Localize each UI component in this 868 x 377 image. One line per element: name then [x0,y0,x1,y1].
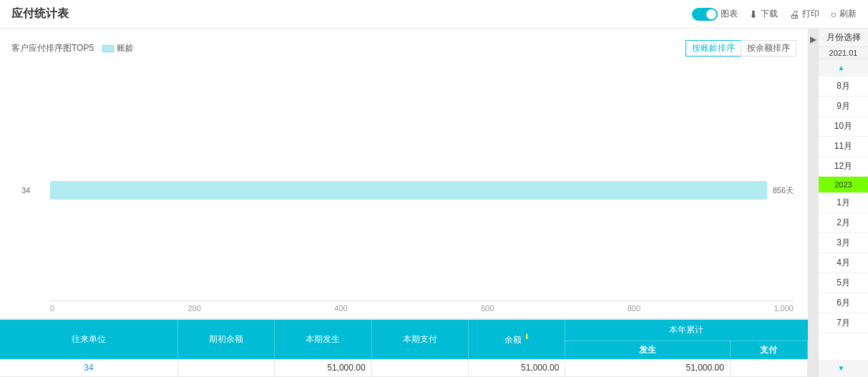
sidebar-nav-down[interactable] [819,360,868,377]
month-item-2023[interactable]: 2023 [819,177,868,193]
print-button[interactable]: 🖨 打印 [789,8,819,20]
download-icon: ⬇ [749,9,758,20]
right-panel: ▶ 月份选择 2021.01 8月 9月 10月 11月 12月 2023 [808,29,868,377]
bar-fill [50,181,767,200]
balance-icon: ⬇ [524,333,530,341]
x-axis-label-5: 1,000 [774,304,794,313]
table-header-current-pay: 本期支付 [371,320,468,359]
table-header-ytd-pay: 支付 [730,341,807,360]
month-item-9[interactable]: 9月 [819,97,868,117]
x-axis-line [50,300,794,301]
table-cell-balance: 51,000.00 [469,359,565,377]
table-header-opening: 期初余额 [177,320,274,359]
x-axis: 0 200 400 600 800 1,000 [50,304,794,313]
sidebar-current-date: 2021.01 [819,47,868,59]
month-item-12[interactable]: 12月 [819,157,868,177]
chart-legend: 客户应付排序图TOP5 账龄 按账龄排序 按余额排序 [0,34,808,62]
header-actions: 图表 ⬇ 下载 🖨 打印 ○ 刷新 [692,8,857,21]
table-header-balance: 余额 ⬇ [469,320,565,359]
print-label: 打印 [802,8,819,20]
table-cell-current-occ: 51,000.00 [275,359,371,377]
data-table: 往来单位 期初余额 本期发生 本期支付 余额 ⬇ 本年累计 发生 [0,320,808,377]
refresh-button[interactable]: ○ 刷新 [831,8,857,20]
sidebar-nav-up[interactable] [819,59,868,77]
month-list: 8月 9月 10月 11月 12月 2023 1月 2月 3月 4月 5月 6月… [819,77,868,360]
chart-legend-label: 客户应付排序图TOP5 [11,42,94,54]
table-cell-current-pay [371,359,468,377]
chart-toggle-label: 图表 [721,8,738,20]
table-header-ytd-occ: 发生 [565,341,731,360]
legend-color-box [102,45,114,52]
unit-link[interactable]: 34 [84,363,93,373]
table-row: 34 51,000.00 51,000.00 51,000.00 [0,359,808,377]
month-item-10[interactable]: 10月 [819,117,868,137]
sidebar-header-label: 月份选择 [819,29,868,47]
collapse-arrow-icon: ▶ [810,34,816,44]
month-item-5[interactable]: 5月 [819,273,868,293]
table-cell-opening [177,359,274,377]
x-axis-label-4: 800 [628,304,640,313]
chevron-down-icon [838,363,849,374]
x-axis-label-1: 200 [188,304,201,313]
month-item-6[interactable]: 6月 [819,293,868,313]
print-icon: 🖨 [789,9,799,20]
month-item-11[interactable]: 11月 [819,137,868,157]
table-cell-unit: 34 [0,359,177,377]
month-item-3[interactable]: 3月 [819,233,868,253]
sort-by-balance-button[interactable]: 按余额排序 [741,40,796,57]
sidebar-collapse-handle[interactable]: ▶ [808,29,818,377]
sort-by-aging-button[interactable]: 按账龄排序 [686,40,741,57]
month-item-8[interactable]: 8月 [819,77,868,97]
download-label: 下载 [761,8,778,20]
chart-toggle-item[interactable]: 图表 [692,8,738,21]
month-item-7[interactable]: 7月 [819,313,868,333]
table-header-current-occ: 本期发生 [275,320,371,359]
sort-buttons: 按账龄排序 按余额排序 [686,40,796,57]
refresh-label: 刷新 [839,8,857,20]
x-axis-label-2: 400 [334,304,347,313]
data-table-section: 往来单位 期初余额 本期发生 本期支付 余额 ⬇ 本年累计 发生 [0,318,808,377]
month-sidebar: 月份选择 2021.01 8月 9月 10月 11月 12月 2023 1月 2… [818,29,868,377]
page-title: 应付统计表 [11,6,69,21]
bar-chart-area: 34 856天 0 200 400 600 800 1,000 [0,62,808,318]
month-item-2[interactable]: 2月 [819,213,868,233]
table-cell-ytd-pay [730,359,807,377]
legend-aging-label: 账龄 [117,42,134,54]
refresh-icon: ○ [831,9,837,20]
x-axis-label-3: 600 [481,304,494,313]
month-item-1[interactable]: 1月 [819,193,868,213]
table-cell-ytd-occ: 51,000.00 [565,359,731,377]
chart-toggle-switch[interactable] [692,8,718,21]
bar-end-label: 856天 [773,185,794,196]
bar-row-label: 34 [21,186,30,195]
table-header-unit: 往来单位 [0,320,177,359]
x-axis-label-0: 0 [50,304,54,313]
month-item-4[interactable]: 4月 [819,253,868,273]
table-header-ytd-group: 本年累计 [565,320,808,341]
legend-item-aging: 账龄 [102,42,134,54]
bar-row: 34 856天 [50,181,794,200]
chevron-up-icon [838,62,849,74]
download-button[interactable]: ⬇ 下载 [749,8,778,20]
